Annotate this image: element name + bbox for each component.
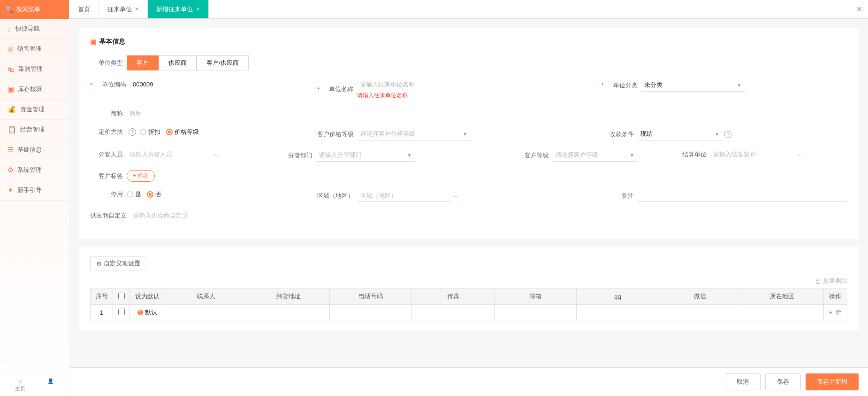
payment-terms-select[interactable]: 现结 ▼ bbox=[638, 128, 722, 140]
unit-name-error: 请输入往来单位名称 bbox=[357, 92, 601, 100]
sidebar-item-guide[interactable]: ✦新手引导 bbox=[0, 180, 69, 201]
pricing-level[interactable]: 价格等级 bbox=[166, 128, 199, 136]
save-new-button[interactable]: 保存并新增 bbox=[806, 373, 859, 390]
tab-new-partner[interactable]: 新增往来单位✕ bbox=[148, 0, 209, 18]
col-header-2: 设为默认 bbox=[130, 288, 165, 305]
sidebar-item-sales[interactable]: ◎销售管理 bbox=[0, 39, 69, 59]
disabled-field: 停用 是 否 bbox=[90, 190, 317, 199]
manager-label: 分管人员 bbox=[90, 150, 123, 159]
customer-price-level-select[interactable]: 请选择客户价格等级 ▼ bbox=[358, 128, 470, 140]
manager-input[interactable] bbox=[127, 149, 211, 160]
delete-row-btn[interactable]: 🗑 bbox=[835, 309, 842, 316]
short-name-label: 简称 bbox=[90, 109, 123, 118]
row-cell-7[interactable] bbox=[741, 305, 823, 320]
row-input-5[interactable] bbox=[581, 310, 654, 316]
user-btn[interactable]: 👤 bbox=[47, 378, 54, 392]
unit-type-label: 单位类型 bbox=[90, 59, 123, 67]
pricing-discount-label: 折扣 bbox=[148, 128, 160, 136]
unit-type-supplier[interactable]: 供应商 bbox=[159, 55, 197, 70]
customer-level-field: 客户等级 请选择客户等级 ▼ bbox=[516, 149, 674, 162]
disabled-label: 停用 bbox=[90, 190, 123, 199]
tab-close-partners[interactable]: ✕ bbox=[135, 6, 139, 12]
row-cell-3[interactable] bbox=[412, 305, 494, 320]
row-input-1[interactable] bbox=[252, 310, 324, 316]
cl-arrow: ▼ bbox=[630, 153, 634, 158]
delete-icon: 🗑 bbox=[815, 278, 821, 285]
settlement-input[interactable] bbox=[710, 149, 795, 160]
unit-type-row: 单位类型 客户供应商客户/供应商 bbox=[90, 55, 847, 70]
ops-icon: 📋 bbox=[8, 125, 16, 134]
row-input-7[interactable] bbox=[746, 310, 818, 316]
pricing-radio-group: 折扣 价格等级 bbox=[140, 128, 199, 136]
customer-price-level-placeholder: 请选择客户价格等级 bbox=[360, 130, 461, 138]
customer-price-level-field: 客户价格等级 请选择客户价格等级 ▼ bbox=[317, 128, 601, 140]
unit-name-input[interactable] bbox=[357, 79, 470, 90]
col-header-10: 所在地区 bbox=[741, 288, 823, 305]
batch-delete[interactable]: 🗑 批量删除 bbox=[90, 277, 847, 285]
basic-info-section: ▣ 基本信息 单位类型 客户供应商客户/供应商 * 单位编码 * bbox=[79, 28, 859, 239]
customer-level-placeholder: 请选择客户等级 bbox=[556, 151, 628, 159]
row-input-3[interactable] bbox=[417, 310, 489, 316]
sidebar-item-inventory[interactable]: ▣库存核算 bbox=[0, 79, 69, 100]
supplier-custom-input[interactable] bbox=[130, 210, 262, 221]
add-row-btn[interactable]: + bbox=[829, 309, 832, 316]
sidebar-item-finance[interactable]: 💰资金管理 bbox=[0, 100, 69, 120]
sidebar-item-basic[interactable]: ☰基础信息 bbox=[0, 140, 69, 160]
region-input[interactable] bbox=[358, 190, 451, 202]
sidebar-item-quick-nav[interactable]: ⌂快捷导航 bbox=[0, 19, 69, 39]
unit-code-input[interactable] bbox=[130, 79, 224, 90]
pricing-level-radio bbox=[166, 129, 173, 135]
tab-partners[interactable]: 往来单位✕ bbox=[99, 0, 148, 18]
row-checkbox-cell[interactable] bbox=[113, 305, 130, 320]
region-more-btn[interactable]: ··· bbox=[451, 192, 461, 200]
pricing-row: 定价方法 ? 折扣 价格等级 客户价格等级 bbox=[90, 128, 847, 140]
payment-help-icon[interactable]: ? bbox=[724, 131, 731, 138]
section-title: ▣ 基本信息 bbox=[90, 38, 847, 46]
row-checkbox[interactable] bbox=[118, 309, 125, 315]
search-menu[interactable]: 🔍 搜索菜单 bbox=[0, 0, 69, 19]
row-cell-6[interactable] bbox=[659, 305, 741, 320]
unit-category-select[interactable]: 未分类 ▼ bbox=[641, 79, 745, 92]
payment-terms-value: 现结 bbox=[640, 130, 713, 138]
row-cell-1[interactable] bbox=[247, 305, 329, 320]
settlement-more-btn[interactable]: ··· bbox=[795, 151, 804, 158]
dept-select[interactable]: 请输入分管部门 ▼ bbox=[316, 149, 415, 162]
sidebar-item-purchase[interactable]: 🛍采购管理 bbox=[0, 59, 69, 79]
pricing-help-icon[interactable]: ? bbox=[129, 128, 136, 136]
tab-close-new-partner[interactable]: ✕ bbox=[196, 6, 200, 12]
cancel-button[interactable]: 取消 bbox=[725, 373, 761, 390]
disabled-no[interactable]: 否 bbox=[147, 190, 161, 199]
tab-home[interactable]: 首页 bbox=[69, 0, 99, 18]
row-cell-2[interactable] bbox=[329, 305, 411, 320]
unit-type-both[interactable]: 客户/供应商 bbox=[197, 55, 249, 70]
pricing-discount[interactable]: 折扣 bbox=[140, 128, 160, 136]
disabled-yes[interactable]: 是 bbox=[127, 190, 141, 199]
unit-category-field: * 单位分类 未分类 ▼ bbox=[601, 79, 847, 92]
dept-field: 分管部门 请输入分管部门 ▼ bbox=[280, 149, 516, 162]
row-input-4[interactable] bbox=[499, 310, 571, 316]
settlement-field: 结算单位 ··· bbox=[674, 149, 847, 160]
sidebar-item-ops[interactable]: 📋经营管理 bbox=[0, 120, 69, 140]
save-button[interactable]: 保存 bbox=[765, 373, 801, 390]
row-input-6[interactable] bbox=[664, 310, 736, 316]
short-name-input[interactable] bbox=[127, 108, 221, 119]
unit-code-field: * 单位编码 bbox=[90, 79, 317, 90]
default-cell[interactable]: 默认 bbox=[130, 305, 165, 320]
unit-type-btn-group: 客户供应商客户/供应商 bbox=[127, 55, 249, 70]
row-input-0[interactable] bbox=[170, 310, 242, 316]
row-cell-4[interactable] bbox=[494, 305, 576, 320]
disabled-row: 停用 是 否 区域（地区） ··· bbox=[90, 190, 847, 202]
close-all-tabs[interactable]: ✕ bbox=[851, 0, 868, 18]
row-cell-5[interactable] bbox=[577, 305, 659, 320]
add-tag-btn[interactable]: + 标签 bbox=[127, 170, 155, 182]
custom-settings-btn[interactable]: ⚙ 自定义项设置 bbox=[90, 256, 146, 271]
remarks-input[interactable] bbox=[638, 190, 847, 202]
home-btn[interactable]: ⌂ 主页 bbox=[15, 378, 25, 392]
row-input-2[interactable] bbox=[335, 310, 407, 316]
sidebar-item-system[interactable]: ⚙系统管理 bbox=[0, 160, 69, 180]
customer-level-select[interactable]: 请选择客户等级 ▼ bbox=[553, 149, 637, 162]
row-cell-0[interactable] bbox=[165, 305, 247, 320]
manager-more-btn[interactable]: ··· bbox=[211, 151, 221, 158]
unit-type-customer[interactable]: 客户 bbox=[127, 55, 159, 70]
select-all-checkbox[interactable] bbox=[118, 293, 125, 299]
